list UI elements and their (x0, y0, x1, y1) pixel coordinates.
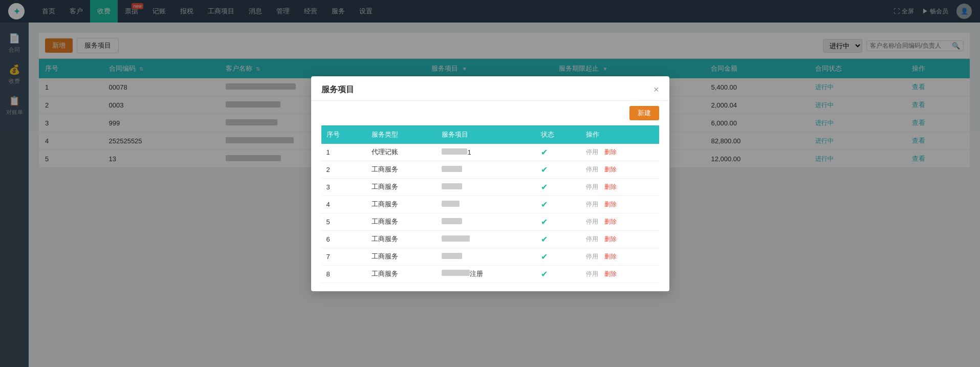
modal-cell-action: 停用 删除 (581, 144, 659, 161)
modal-table-row: 6 工商服务 ✔ 停用 删除 (321, 230, 659, 248)
modal-table-row: 4 工商服务 ✔ 停用 删除 (321, 196, 659, 213)
stop-button[interactable]: 停用 (586, 218, 598, 225)
modal-cell-no: 3 (321, 178, 366, 196)
delete-button[interactable]: 删除 (604, 270, 617, 277)
modal-cell-type: 工商服务 (366, 196, 437, 213)
delete-button[interactable]: 删除 (604, 183, 617, 190)
modal-cell-action: 停用 删除 (581, 213, 659, 230)
modal-cell-type: 工商服务 (366, 265, 437, 283)
delete-button[interactable]: 删除 (604, 253, 617, 260)
modal-col-type: 服务类型 (366, 125, 437, 144)
status-check-icon: ✔ (541, 270, 548, 278)
modal-cell-type: 工商服务 (366, 248, 437, 265)
stop-button[interactable]: 停用 (586, 183, 598, 190)
status-check-icon: ✔ (541, 200, 548, 209)
modal-cell-status: ✔ (536, 178, 581, 196)
modal-col-no: 序号 (321, 125, 366, 144)
modal-cell-no: 5 (321, 213, 366, 230)
modal-cell-no: 6 (321, 230, 366, 248)
modal-cell-action: 停用 删除 (581, 161, 659, 178)
modal-table-row: 1 代理记账 1 ✔ 停用 删除 (321, 144, 659, 161)
modal-cell-status: ✔ (536, 196, 581, 213)
modal-cell-item (437, 178, 535, 196)
modal-table-row: 2 工商服务 ✔ 停用 删除 (321, 161, 659, 178)
modal-cell-no: 7 (321, 248, 366, 265)
modal-header: 服务项目 × (311, 76, 669, 101)
delete-button[interactable]: 删除 (604, 201, 617, 208)
modal-cell-status: ✔ (536, 265, 581, 283)
modal-cell-item (437, 213, 535, 230)
modal-cell-item (437, 161, 535, 178)
delete-button[interactable]: 删除 (604, 148, 617, 156)
status-check-icon: ✔ (541, 165, 548, 174)
status-check-icon: ✔ (541, 235, 548, 244)
modal-cell-no: 4 (321, 196, 366, 213)
modal-cell-item: 1 (437, 144, 535, 161)
modal-cell-status: ✔ (536, 213, 581, 230)
modal-cell-item (437, 230, 535, 248)
modal-cell-type: 工商服务 (366, 161, 437, 178)
modal-col-item: 服务项目 (437, 125, 535, 144)
stop-button[interactable]: 停用 (586, 166, 598, 173)
modal-table-row: 8 工商服务 注册 ✔ 停用 删除 (321, 265, 659, 283)
modal-cell-action: 停用 删除 (581, 248, 659, 265)
modal-cell-type: 工商服务 (366, 230, 437, 248)
modal-cell-no: 2 (321, 161, 366, 178)
modal-col-status: 状态 (536, 125, 581, 144)
modal-cell-item: 注册 (437, 265, 535, 283)
status-check-icon: ✔ (541, 252, 548, 261)
stop-button[interactable]: 停用 (586, 270, 598, 277)
modal-new-button[interactable]: 新建 (629, 106, 659, 120)
stop-button[interactable]: 停用 (586, 201, 598, 208)
stop-button[interactable]: 停用 (586, 235, 598, 243)
modal-col-action: 操作 (581, 125, 659, 144)
modal-cell-status: ✔ (536, 144, 581, 161)
modal-cell-item (437, 196, 535, 213)
delete-button[interactable]: 删除 (604, 166, 617, 173)
status-check-icon: ✔ (541, 218, 548, 226)
status-check-icon: ✔ (541, 183, 548, 191)
modal-cell-action: 停用 删除 (581, 265, 659, 283)
stop-button[interactable]: 停用 (586, 148, 598, 156)
delete-button[interactable]: 删除 (604, 235, 617, 243)
modal-cell-status: ✔ (536, 248, 581, 265)
modal-cell-item (437, 248, 535, 265)
modal-close-button[interactable]: × (654, 85, 659, 94)
modal-cell-type: 代理记账 (366, 144, 437, 161)
modal-cell-status: ✔ (536, 161, 581, 178)
delete-button[interactable]: 删除 (604, 218, 617, 225)
modal-cell-action: 停用 删除 (581, 230, 659, 248)
modal-toolbar: 新建 (311, 101, 669, 125)
modal-table: 序号 服务类型 服务项目 状态 操作 1 代理记账 1 ✔ 停用 删除 2 工商… (321, 125, 659, 283)
modal-cell-type: 工商服务 (366, 178, 437, 196)
modal-cell-no: 8 (321, 265, 366, 283)
stop-button[interactable]: 停用 (586, 253, 598, 260)
modal-table-row: 3 工商服务 ✔ 停用 删除 (321, 178, 659, 196)
modal-title: 服务项目 (321, 84, 654, 95)
modal-cell-status: ✔ (536, 230, 581, 248)
modal-cell-action: 停用 删除 (581, 196, 659, 213)
modal-table-row: 7 工商服务 ✔ 停用 删除 (321, 248, 659, 265)
modal-cell-action: 停用 删除 (581, 178, 659, 196)
modal-cell-type: 工商服务 (366, 213, 437, 230)
service-item-modal: 服务项目 × 新建 序号 服务类型 服务项目 状态 操作 1 代理记账 1 ✔ … (311, 76, 669, 291)
modal-table-row: 5 工商服务 ✔ 停用 删除 (321, 213, 659, 230)
modal-cell-no: 1 (321, 144, 366, 161)
modal-body: 序号 服务类型 服务项目 状态 操作 1 代理记账 1 ✔ 停用 删除 2 工商… (311, 125, 669, 291)
status-check-icon: ✔ (541, 148, 548, 157)
